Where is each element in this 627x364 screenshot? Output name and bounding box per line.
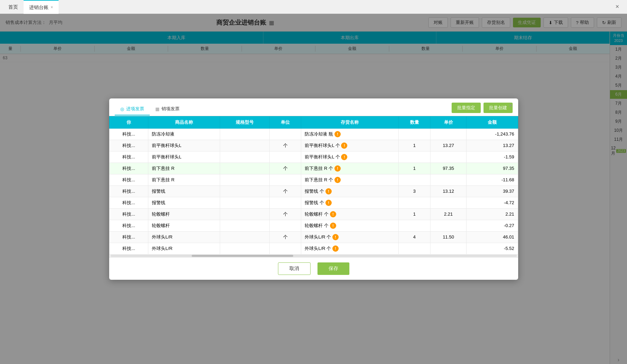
cell-spec: [220, 163, 269, 174]
cell-spec: [220, 140, 269, 151]
th-stock: 存货名称: [301, 116, 399, 128]
cell-company: 科技...: [109, 140, 148, 151]
cell-company: 科技...: [109, 128, 148, 140]
cell-product: 前平衡杆球头L: [148, 140, 220, 151]
cell-product: 外球头L/R: [148, 243, 220, 254]
cell-price: [430, 151, 466, 163]
cell-price: 97.35: [430, 163, 466, 174]
cell-company: 科技...: [109, 151, 148, 163]
cell-stock: 报警线 个 !: [301, 197, 399, 208]
dialog-close-button[interactable]: ×: [509, 102, 513, 109]
cell-amount: -11.68: [467, 174, 518, 185]
cell-product: 前下悬挂 R: [148, 174, 220, 185]
cell-unit: 个: [269, 185, 301, 197]
cell-company: 科技...: [109, 208, 148, 220]
cell-price: [430, 174, 466, 185]
th-unit: 单位: [269, 116, 301, 128]
warning-icon: !: [332, 234, 339, 240]
cell-unit: [269, 220, 301, 231]
cell-stock: 报警线 个 !: [301, 185, 399, 197]
cell-unit: [269, 128, 301, 140]
cell-product: 防冻冷却液: [148, 128, 220, 140]
cell-qty: [399, 128, 430, 140]
table-row: 科技... 防冻冷却液 防冻冷却液 瓶 ! -1,243.76: [109, 128, 518, 140]
cell-unit: [269, 174, 301, 185]
cell-company: 科技...: [109, 197, 148, 208]
cell-amount: -0.27: [467, 220, 518, 231]
cell-stock: 前平衡杆球头L 个 !: [301, 151, 399, 163]
cell-spec: [220, 128, 269, 140]
table-row: 科技... 报警线 报警线 个 ! -4.72: [109, 197, 518, 208]
warning-icon: !: [330, 211, 336, 217]
tab-jinxiang[interactable]: ◎ 进项发票: [115, 103, 150, 115]
cell-price: 11.50: [430, 231, 466, 243]
warning-icon: !: [341, 154, 347, 160]
cell-stock: 前平衡杆球头L 个 !: [301, 140, 399, 151]
cell-unit: [269, 243, 301, 254]
cell-stock: 防冻冷却液 瓶 !: [301, 128, 399, 140]
cell-amount: 46.01: [467, 231, 518, 243]
save-button[interactable]: 保存: [317, 262, 349, 275]
overlay: ◎ 进项发票 ▦ 销项发票 批量指定 批量创建 ×: [0, 14, 627, 364]
cell-company: 科技...: [109, 185, 148, 197]
cell-price: 13.27: [430, 140, 466, 151]
cell-company: 科技...: [109, 243, 148, 254]
cell-stock: 外球头L/R 个 !: [301, 243, 399, 254]
cell-spec: [220, 231, 269, 243]
horizontal-scrollbar[interactable]: [109, 254, 518, 257]
cell-stock: 前下悬挂 R 个 !: [301, 163, 399, 174]
cell-qty: [399, 151, 430, 163]
cell-product: 前平衡杆球头L: [148, 151, 220, 163]
window-close-button[interactable]: ×: [610, 0, 624, 14]
th-amount: 金额: [467, 116, 518, 128]
cancel-button[interactable]: 取消: [278, 262, 311, 275]
batch-buttons: 批量指定 批量创建: [452, 103, 513, 113]
cell-qty: 1: [399, 208, 430, 220]
cell-qty: 1: [399, 163, 430, 174]
cell-qty: [399, 197, 430, 208]
warning-icon: !: [325, 200, 332, 206]
table-row: 科技... 报警线 个 报警线 个 ! 3 13.12 39.37: [109, 185, 518, 197]
cell-stock: 轮毂螺杆 个 !: [301, 220, 399, 231]
cell-spec: [220, 243, 269, 254]
tab-xiaoxiang[interactable]: ▦ 销项发票: [150, 103, 185, 115]
warning-icon: !: [330, 223, 336, 229]
cell-stock: 外球头L/R 个 !: [301, 231, 399, 243]
warning-icon: !: [334, 177, 341, 183]
batch-assign-button[interactable]: 批量指定: [452, 103, 481, 113]
cell-amount: 97.35: [467, 163, 518, 174]
tab-ledger-label: 进销台账: [29, 0, 49, 14]
table-container: 你 商品名称 规格型号 单位 存货名称 数量 单价 金额 科技... 防冻冷却液: [109, 116, 518, 257]
xiaoxiang-icon: ▦: [155, 106, 159, 112]
scroll-thumb[interactable]: [192, 255, 293, 257]
cell-spec: [220, 185, 269, 197]
dialog-footer: 取消 保存: [109, 257, 518, 280]
tab-close-icon[interactable]: ×: [51, 0, 53, 14]
cell-qty: [399, 220, 430, 231]
cell-amount: 13.27: [467, 140, 518, 151]
table-row: 科技... 外球头L/R 外球头L/R 个 ! -5.52: [109, 243, 518, 254]
cell-spec: [220, 197, 269, 208]
warning-icon: !: [334, 165, 341, 172]
cell-spec: [220, 220, 269, 231]
cell-price: [430, 128, 466, 140]
cell-unit: 个: [269, 231, 301, 243]
cell-stock: 轮毂螺杆 个 !: [301, 208, 399, 220]
cell-company: 科技...: [109, 220, 148, 231]
warning-icon: !: [332, 245, 339, 252]
cell-unit: [269, 197, 301, 208]
dialog-header: ◎ 进项发票 ▦ 销项发票 批量指定 批量创建 ×: [109, 98, 518, 116]
main-area: 销售成本计算方法： 月平均 商贸企业进销台账 ▦ 对账 重新开账 存货别名 生成…: [0, 14, 627, 364]
tab-home[interactable]: 首页: [3, 0, 24, 14]
cell-qty: 4: [399, 231, 430, 243]
tab-ledger[interactable]: 进销台账 ×: [24, 0, 59, 14]
cell-product: 轮毂螺杆: [148, 208, 220, 220]
cell-amount: 39.37: [467, 185, 518, 197]
table-row: 科技... 前下悬挂 R 个 前下悬挂 R 个 ! 1 97.35 97.35: [109, 163, 518, 174]
cell-spec: [220, 151, 269, 163]
cell-product: 外球头L/R: [148, 231, 220, 243]
batch-create-button[interactable]: 批量创建: [484, 103, 513, 113]
th-qty: 数量: [399, 116, 430, 128]
cell-product: 报警线: [148, 185, 220, 197]
cell-unit: [269, 151, 301, 163]
